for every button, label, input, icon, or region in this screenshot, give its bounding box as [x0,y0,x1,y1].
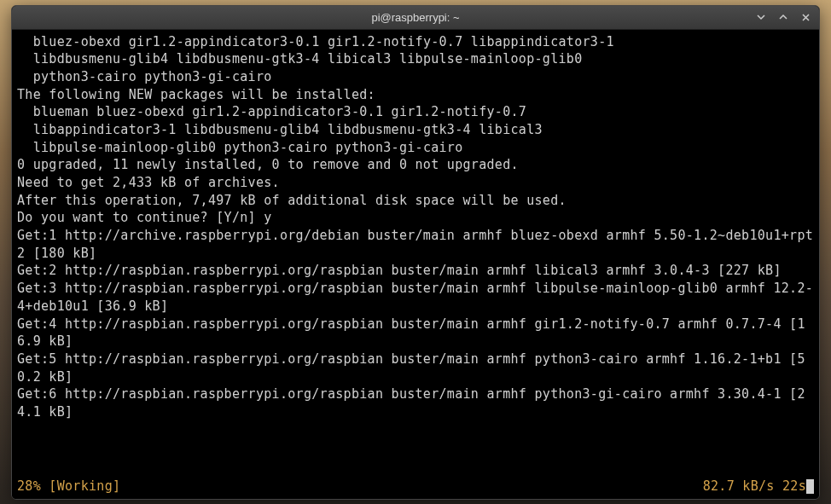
terminal-line: Do you want to continue? [Y/n] y [17,209,814,227]
terminal-line: Need to get 2,433 kB of archives. [17,174,814,192]
terminal-line: After this operation, 7,497 kB of additi… [17,192,814,210]
terminal-line: bluez-obexd gir1.2-appindicator3-0.1 gir… [17,33,814,51]
maximize-button[interactable] [773,9,793,26]
progress-status: 28% [Working] 82.7 kB/s 22s [17,478,814,495]
terminal-line: python3-cairo python3-gi-cairo [17,68,814,86]
terminal-line: Get:2 http://raspbian.raspberrypi.org/ra… [17,262,814,280]
terminal-line: Get:6 http://raspbian.raspberrypi.org/ra… [17,385,814,420]
terminal-line: libappindicator3-1 libdbusmenu-glib4 lib… [17,121,814,139]
progress-left: 28% [Working] [17,478,120,495]
terminal-line: The following NEW packages will be insta… [17,86,814,104]
window-controls [751,6,816,29]
terminal-line: libpulse-mainloop-glib0 python3-cairo py… [17,139,814,157]
terminal-line: Get:3 http://raspbian.raspberrypi.org/ra… [17,280,814,315]
chevron-down-icon [756,12,766,22]
cursor [806,479,814,494]
terminal-line: Get:1 http://archive.raspberrypi.org/deb… [17,227,814,262]
terminal-content[interactable]: bluez-obexd gir1.2-appindicator3-0.1 gir… [12,30,819,499]
titlebar[interactable]: pi@raspberrypi: ~ [12,6,819,30]
close-button[interactable] [795,9,816,26]
terminal-line: Get:4 http://raspbian.raspberrypi.org/ra… [17,316,814,350]
progress-right: 82.7 kB/s 22s [703,478,814,495]
close-icon [801,13,811,22]
terminal-line: libdbusmenu-glib4 libdbusmenu-gtk3-4 lib… [17,50,814,68]
terminal-line: Get:5 http://raspbian.raspberrypi.org/ra… [17,350,814,385]
minimize-button[interactable] [751,9,771,26]
window-title: pi@raspberrypi: ~ [371,11,459,24]
terminal-window: pi@raspberrypi: ~ bluez-obexd gir1.2-app… [11,5,820,500]
chevron-up-icon [778,12,788,22]
terminal-line: 0 upgraded, 11 newly installed, 0 to rem… [17,156,814,174]
terminal-line: blueman bluez-obexd gir1.2-appindicator3… [17,103,814,121]
